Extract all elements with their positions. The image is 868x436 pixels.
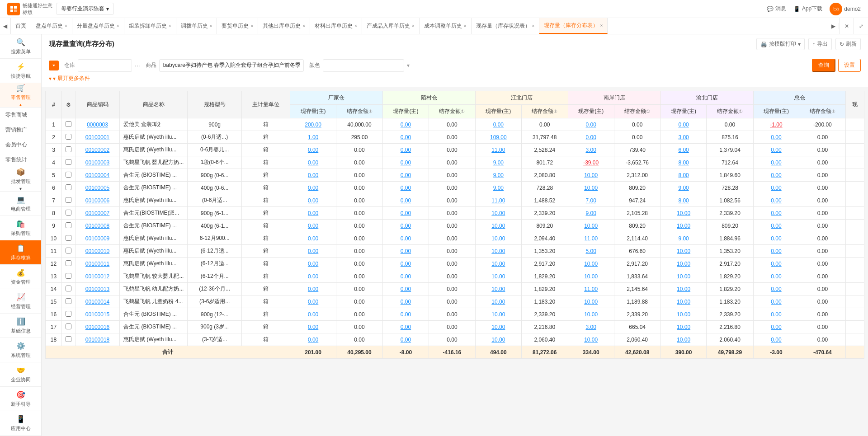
tab-close-6[interactable]: × xyxy=(354,23,357,28)
tab-close-1[interactable]: × xyxy=(117,23,119,28)
cell-checkbox[interactable] xyxy=(62,245,75,258)
tab-close-0[interactable]: × xyxy=(65,23,67,28)
info-icon-1[interactable]: ① xyxy=(368,109,373,114)
cell-checkbox[interactable] xyxy=(62,321,75,333)
sidebar-item-retail[interactable]: 🛒 零售管理 ▲ xyxy=(0,83,41,108)
tab-4[interactable]: 要货单历史× xyxy=(217,18,258,34)
sidebar-item-inventory[interactable]: 📋 库存核算 xyxy=(0,240,41,265)
sidebar-item-apps[interactable]: 📱 应用中心 xyxy=(0,411,41,436)
cell-checkbox[interactable] xyxy=(62,118,75,131)
cell-checkbox[interactable] xyxy=(62,283,75,295)
sidebar-item-purchase[interactable]: 🛍️ 采购管理 xyxy=(0,216,41,240)
tab-1[interactable]: 分量盘点单历史× xyxy=(72,18,124,34)
product-input[interactable] xyxy=(159,59,304,72)
cell-idx: 9 xyxy=(46,220,62,232)
cell-checkbox[interactable] xyxy=(62,131,75,144)
table-container[interactable]: # ⚙ 商品编码 商品名称 规格型号 主计量单位 厂家仓 陌村仓 江北门店 南岸… xyxy=(42,87,868,436)
cell-sku: 0000003 xyxy=(75,118,120,131)
cell-idx: 11 xyxy=(46,245,62,258)
info-icon-6[interactable]: ① xyxy=(831,109,835,114)
info-icon-3[interactable]: ① xyxy=(553,109,557,114)
tab-prev-btn[interactable]: ◀ xyxy=(0,18,11,34)
warehouse-input[interactable] xyxy=(78,59,132,72)
sidebar-item-nav[interactable]: ⚡ 快捷导航 xyxy=(0,59,41,83)
sidebar-item-basic[interactable]: ℹ️ 基础信息 xyxy=(0,314,41,338)
cell-checkbox[interactable] xyxy=(62,194,75,207)
user-avatar-area[interactable]: Ea demo2 xyxy=(830,3,861,15)
table-row: 4 00100003 飞鹤星飞帆 婴儿配方奶... 1段(0-6个... 箱 0… xyxy=(46,156,864,169)
cell-checkbox[interactable] xyxy=(62,207,75,220)
tab-10[interactable]: 现存量（库存分布表）× xyxy=(539,18,608,34)
info-icon-5[interactable]: ① xyxy=(739,109,743,114)
tab-2[interactable]: 组装拆卸单历史× xyxy=(124,18,176,34)
tab-0[interactable]: 盘点单历史× xyxy=(31,18,72,34)
total-jb-qty: 494.00 xyxy=(475,346,521,359)
cell-checkbox[interactable] xyxy=(62,333,75,346)
org-selector[interactable]: 母婴行业演示陈套 ▾ xyxy=(56,3,114,15)
expand-conditions-btn[interactable]: ▾ ▾ 展开更多条件 xyxy=(49,75,861,82)
th-yb-qty: 现存量(主) xyxy=(660,105,707,118)
sidebar-item-shop[interactable]: 零售商城 xyxy=(0,108,41,122)
org-name: 母婴行业演示陈套 xyxy=(61,5,104,13)
tab-close-3[interactable]: × xyxy=(210,23,212,28)
cell-checkbox[interactable] xyxy=(62,156,75,169)
cell-na-qty: 5.00 xyxy=(568,245,614,258)
gear-icon[interactable]: ⚙ xyxy=(66,102,71,108)
tab-home[interactable]: 首页 xyxy=(11,18,31,34)
tab-3[interactable]: 调拨单历史× xyxy=(176,18,217,34)
sidebar-item-finance[interactable]: 💰 资金管理 xyxy=(0,265,41,289)
tab-close-all-btn[interactable]: ✕ xyxy=(839,18,854,34)
tab-close-10[interactable]: × xyxy=(600,23,603,28)
cell-checkbox[interactable] xyxy=(62,258,75,270)
refresh-btn[interactable]: ↻ 刷新 xyxy=(835,38,861,50)
tab-close-7[interactable]: × xyxy=(412,23,415,28)
sidebar-item-operation[interactable]: 📈 经营管理 xyxy=(0,289,41,314)
cell-mc-amt: 0.00 xyxy=(429,182,475,194)
cell-na-amt: 0.00 xyxy=(614,118,660,131)
cell-checkbox[interactable] xyxy=(62,295,75,308)
tab-close-9[interactable]: × xyxy=(532,23,535,28)
print-btn[interactable]: 🖨️ 按模版打印 ▾ xyxy=(756,38,805,50)
cell-fac-qty: 0.00 xyxy=(290,258,336,270)
sidebar-item-system[interactable]: ⚙️ 系统管理 xyxy=(0,338,41,362)
tab-8[interactable]: 成本调整单历史× xyxy=(420,18,472,34)
cell-na-amt: 1,189.88 xyxy=(614,295,660,308)
cell-checkbox[interactable] xyxy=(62,232,75,245)
tab-next-btn[interactable]: ▶ xyxy=(828,23,839,29)
settings-button[interactable]: 设置 xyxy=(838,59,861,72)
tab-close-8[interactable]: × xyxy=(464,23,467,28)
tab-9[interactable]: 现存量（库存状况表）× xyxy=(472,18,540,34)
info-icon-2[interactable]: ① xyxy=(461,109,465,114)
sidebar-item-member[interactable]: 会员中心 xyxy=(0,137,41,152)
query-button[interactable]: 查询 xyxy=(812,59,835,72)
sidebar-item-ecom[interactable]: 💻 电商管理 xyxy=(0,192,41,216)
cell-checkbox[interactable] xyxy=(62,308,75,321)
th-gear[interactable]: ⚙ xyxy=(62,91,75,118)
info-icon-4[interactable]: ① xyxy=(646,109,650,114)
color-input[interactable] xyxy=(323,59,404,72)
cell-checkbox[interactable] xyxy=(62,270,75,283)
cell-checkbox[interactable] xyxy=(62,144,75,156)
sidebar-item-wholesale[interactable]: 📦 批发管理 ▼ xyxy=(0,167,41,192)
sidebar-item-search[interactable]: 🔍 搜索英单 xyxy=(0,34,41,59)
tab-close-5[interactable]: × xyxy=(302,23,305,28)
filter-collapse-btn[interactable] xyxy=(49,61,59,70)
sidebar-item-marketing[interactable]: 营销推广 xyxy=(0,122,41,137)
tab-6[interactable]: 材料出库单历史× xyxy=(310,18,362,34)
app-download-btn[interactable]: 📱 App下载 xyxy=(793,5,822,13)
cell-checkbox[interactable] xyxy=(62,182,75,194)
tab-5[interactable]: 其他出库单历史× xyxy=(258,18,310,34)
sidebar-item-collab[interactable]: 🤝 企业协同 xyxy=(0,362,41,387)
tab-7[interactable]: 产成品入库单历史× xyxy=(362,18,420,34)
cell-fac-amt: 0.00 xyxy=(336,194,382,207)
sidebar-item-guide[interactable]: 🎯 新手引导 xyxy=(0,387,41,411)
tab-maximize-btn[interactable]: ⤢ xyxy=(854,18,868,34)
message-btn[interactable]: 💬 消息 xyxy=(767,5,786,13)
sidebar-item-stats[interactable]: 零售统计 xyxy=(0,152,41,167)
cell-checkbox[interactable] xyxy=(62,220,75,232)
tab-close-2[interactable]: × xyxy=(169,23,171,28)
print-icon: 🖨️ xyxy=(760,41,767,47)
tab-close-4[interactable]: × xyxy=(250,23,253,28)
cell-checkbox[interactable] xyxy=(62,169,75,182)
export-btn[interactable]: ↑ 导出 xyxy=(808,38,832,50)
